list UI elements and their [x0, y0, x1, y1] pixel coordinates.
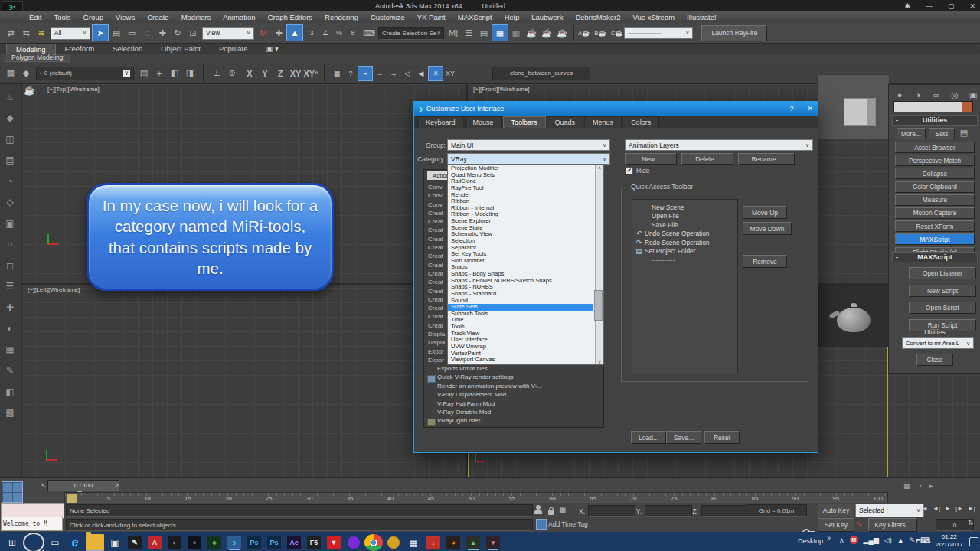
shelf-tool-icon[interactable]: ◫: [2, 131, 18, 148]
category-option[interactable]: Subburb Tools: [448, 311, 593, 318]
maxscript-rollout-header[interactable]: - MAXScript: [892, 252, 978, 262]
category-option[interactable]: Snaps - Standard: [448, 291, 593, 298]
prev-frame-button[interactable]: ◄|: [933, 505, 940, 512]
utility-button[interactable]: Collapse: [895, 168, 975, 179]
group-dropdown[interactable]: Main UI∨: [447, 139, 610, 151]
move-down-button[interactable]: Move Down: [743, 222, 792, 235]
toolbar-icon[interactable]: ☕: [524, 25, 539, 41]
menu-item[interactable]: MAXScript: [452, 13, 498, 21]
category-option[interactable]: Snaps - Body Snaps: [448, 271, 593, 278]
category-option[interactable]: Snaps - nPower NURBS/Sketch Snaps: [448, 278, 593, 285]
menu-item[interactable]: YK Paint: [411, 13, 452, 21]
toolbar-icon[interactable]: ✚: [271, 25, 286, 41]
menu-item[interactable]: Animation: [217, 13, 261, 21]
file-explorer-icon[interactable]: [86, 534, 104, 551]
category-option[interactable]: User Interface: [448, 337, 593, 344]
viewport-label-top[interactable]: [+][Top][Wireframe]: [47, 86, 100, 93]
toolbar-icon[interactable]: ▥: [508, 25, 524, 41]
shelf-tool-icon[interactable]: ◇: [2, 194, 18, 210]
toolbar-icon[interactable]: ▭: [124, 25, 139, 41]
menu-item[interactable]: Modifiers: [175, 13, 217, 21]
selection-filter-dropdown[interactable]: Selected∨: [855, 504, 924, 517]
slider-next-arrow[interactable]: >: [115, 481, 119, 489]
snap-magnet-icon[interactable]: ✳: [428, 66, 443, 81]
category-option[interactable]: Snaps - NURBS: [448, 284, 593, 291]
laubwerk-icon[interactable]: ♣: [207, 536, 221, 549]
shelf-tool-icon[interactable]: ◆: [2, 109, 18, 126]
axis-icon[interactable]: ⊕: [224, 66, 240, 81]
ribbon-icon[interactable]: ▦: [3, 66, 18, 81]
selection-set-dropdown[interactable]: Create Selection Se∨: [378, 27, 444, 40]
app-icon[interactable]: ●: [188, 536, 201, 549]
app-icon[interactable]: [348, 536, 360, 549]
clock[interactable]: 01:22 2/21/2017: [936, 533, 963, 549]
viewport-label-front[interactable]: [+][Front][Wireframe]: [473, 86, 530, 93]
add-time-tag[interactable]: Add Time Tag: [548, 520, 588, 528]
load-button[interactable]: Load...: [631, 431, 666, 444]
delete-button[interactable]: Delete...: [681, 153, 733, 165]
menu-item[interactable]: Edit: [23, 13, 47, 21]
photos-icon[interactable]: ▾: [486, 536, 500, 549]
close-utility-button[interactable]: Close: [916, 354, 953, 366]
category-option[interactable]: Selection: [448, 238, 593, 245]
action-row-truncated[interactable]: Conv: [424, 201, 449, 209]
toolbar-icon[interactable]: M|: [446, 25, 461, 41]
sets-button[interactable]: Sets: [929, 128, 955, 139]
toolbar-icon[interactable]: ≋: [34, 25, 49, 41]
maxscript-button[interactable]: Open Listener: [909, 267, 976, 279]
toolbar-icon[interactable]: ➤: [92, 24, 109, 41]
qat-item[interactable]: -----------: [635, 256, 737, 265]
shelf-tool-icon[interactable]: ♨: [2, 89, 18, 106]
mini-listener-white[interactable]: Welcome to M: [1, 517, 63, 531]
photoshop-icon[interactable]: Ps: [247, 536, 261, 549]
viewport-label-left[interactable]: [+][Left][Wireframe]: [28, 286, 80, 293]
action-row-truncated[interactable]: Displa: [424, 338, 449, 347]
y-field[interactable]: [645, 505, 692, 517]
ribbon-icon[interactable]: ◆: [18, 66, 34, 81]
search-icon[interactable]: [23, 533, 44, 551]
photoshop-icon[interactable]: Ps: [267, 536, 281, 549]
ribbon-tab[interactable]: Populate: [210, 44, 257, 54]
utilities-rollout-header[interactable]: - Utilities: [892, 115, 978, 126]
selection-lock-icon[interactable]: [548, 510, 554, 515]
task-view-icon[interactable]: ▭: [46, 534, 64, 551]
store-icon[interactable]: ▣: [106, 534, 124, 551]
toolbar-icon[interactable]: ✚: [155, 25, 170, 41]
utility-dropdown[interactable]: Convert to mr Area L∨: [902, 337, 974, 349]
scroll-up-icon[interactable]: ∧: [598, 165, 601, 170]
command-panel-tab-icon[interactable]: ●: [892, 87, 907, 103]
more-button[interactable]: More...: [897, 128, 926, 139]
snap-magnet-icon[interactable]: ◀: [414, 67, 428, 80]
menu-item[interactable]: Create: [141, 13, 175, 21]
category-option[interactable]: Separator: [448, 245, 593, 252]
shelf-tool-icon[interactable]: ◔: [2, 173, 18, 190]
object-name-field[interactable]: [893, 101, 967, 112]
object-color-swatch[interactable]: [962, 101, 973, 112]
snap-magnet-icon[interactable]: ?: [344, 67, 358, 80]
qat-item[interactable]: Save File: [635, 220, 737, 230]
shelf-tool-icon[interactable]: ▦: [2, 341, 18, 358]
toolbar-icon[interactable]: M: [256, 25, 271, 41]
after-effects-icon[interactable]: Ae: [287, 536, 301, 549]
key-wave-icon[interactable]: ∿: [856, 520, 862, 528]
command-panel-tab-icon[interactable]: ∞: [929, 87, 944, 103]
action-row[interactable]: V-Ray Ornatrix Mod: [425, 408, 593, 416]
calculator-icon[interactable]: ▦: [404, 534, 423, 551]
axis-constraint-button[interactable]: XY: [288, 66, 303, 81]
category-option[interactable]: Scene State: [448, 225, 593, 232]
menu-item[interactable]: Help: [498, 13, 526, 21]
x-field[interactable]: [588, 505, 635, 517]
go-to-end-button[interactable]: ►|: [968, 505, 975, 512]
teapot-shelf-icon[interactable]: ☕: [24, 85, 35, 96]
shelf-tool-icon[interactable]: ✎: [2, 362, 18, 379]
action-row-truncated[interactable]: Creat: [424, 217, 449, 226]
action-row[interactable]: Exports vrmat files: [425, 364, 593, 373]
app-icon[interactable]: ▼: [327, 536, 341, 549]
slider-prev-arrow[interactable]: <: [41, 481, 45, 489]
category-option[interactable]: State Sets: [448, 304, 593, 311]
axis-constraint-button[interactable]: Z: [273, 66, 288, 81]
action-row-truncated[interactable]: Creat: [424, 209, 449, 217]
start-button[interactable]: ⊞: [3, 534, 21, 551]
time-slider[interactable]: 0 / 100: [47, 480, 119, 491]
shelf-tool-icon[interactable]: ▣: [2, 215, 18, 232]
